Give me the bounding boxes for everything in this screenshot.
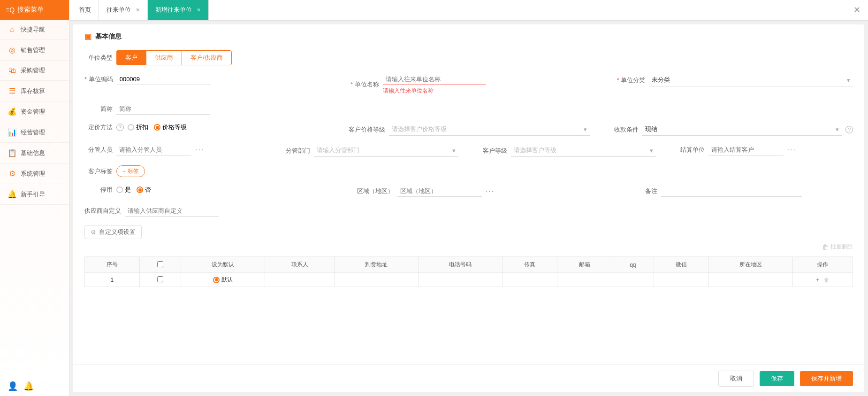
sidebar-item-label: 系统管理: [21, 170, 45, 178]
tab-partners-close[interactable]: ✕: [136, 7, 140, 13]
department-label: 分管部门: [282, 147, 310, 155]
notification-icon[interactable]: 🔔: [23, 381, 34, 391]
short-name-row: 简称: [84, 103, 853, 115]
radio-no[interactable]: 否: [137, 186, 151, 194]
save-new-button[interactable]: 保存并新增: [800, 371, 853, 386]
unit-name-input[interactable]: [383, 74, 486, 85]
type-btn-both[interactable]: 客户/供应商: [182, 50, 232, 65]
supplier-custom-input[interactable]: [125, 205, 219, 217]
cancel-button[interactable]: 取消: [718, 371, 754, 387]
col-num: 序号: [85, 257, 140, 273]
tab-new-partner-close[interactable]: ✕: [197, 7, 201, 13]
unit-category-value: 未分类: [652, 76, 670, 84]
row-check[interactable]: [139, 273, 181, 287]
unit-type-buttons: 客户 供应商 客户/供应商: [116, 50, 232, 65]
manager-row: 分管人员 ··· 分管部门 请输入分管部门 ▾ 客户等级 请选择客户等级: [84, 144, 853, 157]
region-input[interactable]: [397, 186, 482, 197]
settlement-more-icon[interactable]: ···: [787, 146, 796, 154]
select-all-checkbox[interactable]: [157, 261, 163, 267]
unit-code-group: 单位编码: [84, 74, 320, 85]
unit-type-row: 单位类型 客户 供应商 客户/供应商: [84, 50, 853, 65]
save-button[interactable]: 保存: [760, 371, 794, 386]
sidebar-item-system[interactable]: ⚙ 系统管理: [0, 163, 69, 184]
tab-partners[interactable]: 往来单位 ✕: [99, 0, 148, 20]
col-wechat: 微信: [654, 257, 708, 273]
pricing-method-label: 定价方法: [84, 123, 113, 132]
row-action: + 🗑: [792, 273, 853, 287]
radio-discount[interactable]: 折扣: [128, 123, 148, 132]
radio-price-level[interactable]: 价格等级: [154, 123, 187, 132]
close-all-button[interactable]: ✕: [848, 5, 866, 15]
unit-code-input[interactable]: [117, 74, 211, 85]
user-avatar[interactable]: 👤: [8, 381, 18, 391]
payment-terms-select[interactable]: 现结 ▾: [642, 123, 842, 136]
col-email: 邮箱: [557, 257, 612, 273]
tab-new-partner[interactable]: 新增往来单位 ✕: [148, 0, 209, 20]
customer-level-select[interactable]: 请选择客户等级 ▾: [511, 144, 656, 157]
sidebar-item-label: 快捷导航: [21, 25, 45, 34]
radio-yes-circle: [116, 186, 123, 193]
tab-bar: 首页 往来单位 ✕ 新增往来单位 ✕ ✕: [69, 0, 868, 21]
row-default-radio[interactable]: 默认: [186, 276, 260, 284]
row-default: 默认: [181, 273, 265, 287]
manager-more-icon[interactable]: ···: [195, 146, 204, 154]
finance-icon: 💰: [8, 107, 17, 116]
add-tag-button[interactable]: + 标签: [116, 165, 145, 177]
sidebar-item-inventory[interactable]: ☰ 库存核算: [0, 81, 69, 101]
pricing-radio-group: 折扣 价格等级: [128, 123, 187, 132]
delete-row-icon[interactable]: 🗑: [824, 277, 830, 283]
sidebar-item-operations[interactable]: 📊 经营管理: [0, 122, 69, 143]
supplier-custom-label: 供应商自定义: [84, 207, 121, 215]
sidebar-item-basics[interactable]: 📋 基础信息: [0, 143, 69, 163]
guide-icon: 🔔: [8, 190, 17, 199]
unit-name-label: 单位名称: [350, 80, 379, 89]
unit-category-group: 单位分类 未分类 ▾: [617, 74, 853, 86]
purchase-icon: 🛍: [8, 66, 17, 75]
chevron-down-icon2: ▾: [584, 126, 587, 133]
sidebar-item-quick-nav[interactable]: ⌂ 快捷导航: [0, 20, 69, 40]
remarks-input[interactable]: [661, 186, 802, 197]
tab-home[interactable]: 首页: [71, 0, 99, 20]
department-select[interactable]: 请输入分管部门 ▾: [314, 144, 459, 157]
sidebar-item-guide[interactable]: 🔔 新手引导: [0, 184, 69, 205]
row-num: 1: [85, 273, 140, 287]
unit-name-group: 单位名称 请输入往来单位名称: [350, 74, 586, 95]
sidebar: ≡Q 搜索菜单 ⌂ 快捷导航 ◎ 销售管理 🛍 采购管理 ☰ 库存核算 💰 资金…: [0, 0, 69, 396]
row-fax: [503, 273, 557, 287]
sidebar-item-label: 基础信息: [21, 149, 45, 157]
col-fax: 传真: [503, 257, 557, 273]
radio-yes[interactable]: 是: [116, 186, 131, 194]
sidebar-item-label: 采购管理: [21, 66, 45, 75]
settlement-unit-label: 结算单位: [677, 146, 705, 154]
home-icon: ⌂: [8, 25, 17, 34]
type-btn-customer[interactable]: 客户: [116, 50, 146, 65]
row-checkbox[interactable]: [157, 276, 163, 282]
main-area: 首页 往来单位 ✕ 新增往来单位 ✕ ✕ ▣ 基本信息 单位类型: [69, 0, 868, 396]
pricing-help-icon[interactable]: ?: [116, 124, 124, 131]
row-qq: [612, 273, 654, 287]
radio-no-label: 否: [145, 186, 151, 194]
type-btn-supplier[interactable]: 供应商: [146, 50, 182, 65]
settlement-unit-input[interactable]: [708, 144, 784, 155]
section-title-text: 基本信息: [95, 32, 122, 41]
customer-price-level-select[interactable]: 请选择客户价格等级 ▾: [389, 123, 590, 136]
unit-category-select[interactable]: 未分类 ▾: [649, 74, 853, 86]
inventory-icon: ☰: [8, 86, 17, 95]
row-wechat: [654, 273, 708, 287]
manager-input[interactable]: [116, 144, 191, 155]
sidebar-item-sales[interactable]: ◎ 销售管理: [0, 40, 69, 61]
sidebar-item-finance[interactable]: 💰 资金管理: [0, 101, 69, 122]
radio-no-circle: [137, 186, 143, 193]
region-more-icon[interactable]: ···: [486, 187, 495, 195]
custom-settings-button[interactable]: ⚙ 自定义项设置: [84, 225, 142, 239]
short-name-input[interactable]: [116, 103, 210, 115]
col-qq: qq: [612, 257, 654, 273]
payment-help-icon[interactable]: ?: [845, 126, 853, 133]
add-row-icon[interactable]: +: [816, 277, 819, 283]
sidebar-search[interactable]: ≡Q 搜索菜单: [0, 0, 69, 20]
content-area: ▣ 基本信息 单位类型 客户 供应商 客户/供应商 单位编码: [73, 24, 864, 365]
sidebar-item-purchase[interactable]: 🛍 采购管理: [0, 61, 69, 81]
radio-discount-circle: [128, 124, 134, 131]
customer-price-level-placeholder: 请选择客户价格等级: [392, 125, 447, 133]
batch-delete-label[interactable]: 批量删除: [830, 243, 853, 251]
